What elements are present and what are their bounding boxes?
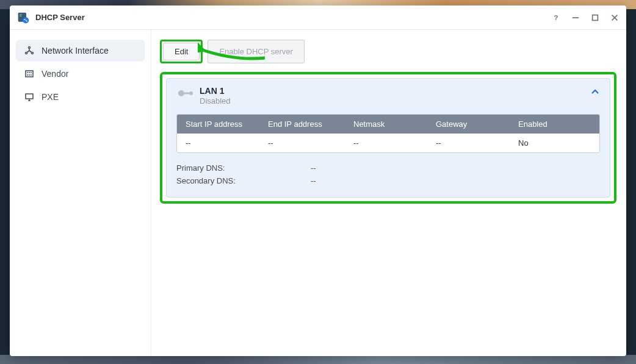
main-panel: Edit Enable DHCP server [151, 30, 626, 356]
svg-rect-1 [20, 14, 21, 15]
col-header-end-ip: End IP address [268, 120, 353, 129]
primary-dns-value: -- [311, 163, 316, 173]
sidebar-item-label: Vendor [42, 69, 68, 79]
titlebar: DHCP Server ? [10, 5, 626, 30]
svg-line-16 [27, 51, 29, 52]
interface-panel-header: LAN 1 Disabled [176, 86, 600, 105]
app-icon [17, 12, 29, 24]
secondary-dns-label: Secondary DNS: [176, 176, 311, 185]
dhcp-server-window: DHCP Server ? [10, 5, 626, 356]
interface-panel[interactable]: LAN 1 Disabled Start IP address End IP a… [166, 78, 610, 198]
vendor-icon [24, 69, 34, 79]
window-controls: ? [552, 13, 619, 22]
svg-point-30 [189, 91, 193, 95]
table-header-row: Start IP address End IP address Netmask … [177, 115, 599, 134]
col-header-enabled: Enabled [518, 120, 591, 129]
sidebar-item-label: PXE [42, 92, 59, 102]
primary-dns-label: Primary DNS: [176, 163, 311, 173]
desktop-background-bottom [0, 355, 636, 364]
window-title: DHCP Server [35, 13, 552, 22]
svg-rect-18 [26, 71, 33, 77]
chevron-up-icon[interactable] [590, 87, 600, 97]
svg-rect-2 [20, 15, 21, 16]
annotation-panel-highlight: LAN 1 Disabled Start IP address End IP a… [160, 72, 616, 204]
sidebar-item-label: Network Interface [42, 46, 109, 55]
cell-gateway: -- [436, 138, 518, 148]
svg-text:?: ? [554, 13, 558, 21]
minimize-icon[interactable] [571, 13, 580, 22]
interface-status: Disabled [200, 96, 590, 105]
sidebar: Network Interface Vendor [10, 30, 151, 356]
cell-end-ip: -- [268, 138, 353, 148]
sidebar-item-vendor[interactable]: Vendor [16, 63, 145, 85]
close-icon[interactable] [610, 13, 619, 22]
sidebar-item-pxe[interactable]: PXE [16, 86, 145, 108]
dns-block: Primary DNS: -- Secondary DNS: -- [176, 162, 600, 187]
secondary-dns-value: -- [311, 176, 316, 185]
cell-enabled: No [518, 138, 591, 148]
annotation-edit-highlight: Edit [160, 40, 203, 63]
interface-name: LAN 1 [200, 86, 590, 96]
maximize-icon[interactable] [591, 13, 599, 22]
col-header-start-ip: Start IP address [186, 120, 268, 129]
edit-button[interactable]: Edit [163, 43, 200, 60]
enable-dhcp-button[interactable]: Enable DHCP server [208, 40, 304, 63]
col-header-gateway: Gateway [436, 120, 518, 129]
svg-rect-9 [593, 15, 598, 20]
col-header-netmask: Netmask [353, 120, 436, 129]
sidebar-item-network-interface[interactable]: Network Interface [16, 40, 145, 62]
ip-range-table: Start IP address End IP address Netmask … [176, 114, 600, 153]
interface-toggle-icon [176, 87, 196, 99]
svg-rect-25 [26, 94, 33, 99]
cell-start-ip: -- [186, 138, 268, 148]
network-interface-icon [24, 46, 34, 55]
table-row[interactable]: -- -- -- -- No [177, 134, 599, 152]
help-icon[interactable]: ? [552, 13, 560, 22]
svg-point-12 [29, 47, 31, 49]
toolbar: Edit Enable DHCP server [160, 40, 616, 63]
pxe-icon [24, 92, 34, 102]
primary-dns-row: Primary DNS: -- [176, 162, 600, 174]
svg-line-17 [29, 51, 32, 52]
svg-point-28 [178, 90, 184, 96]
secondary-dns-row: Secondary DNS: -- [176, 174, 600, 187]
cell-netmask: -- [353, 138, 436, 148]
